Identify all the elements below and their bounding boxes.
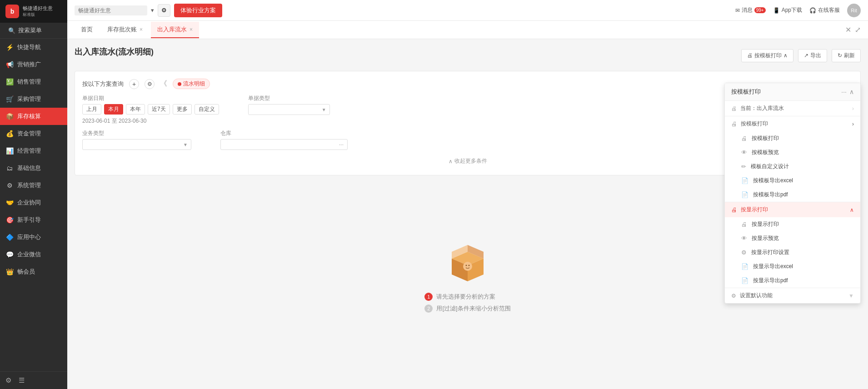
sidebar-item-label: 企业协同	[17, 199, 62, 207]
header-settings-btn[interactable]: ⚙	[158, 4, 170, 17]
phone-icon: 📱	[773, 7, 780, 14]
filter-type-label: 单据类型	[248, 95, 330, 102]
trial-btn[interactable]: 体验行业方案	[174, 4, 222, 17]
dropdown-item-display-settings[interactable]: ⚙ 按显示打印设置	[725, 245, 860, 259]
sidebar-item-system[interactable]: ⚙ 系统管理	[0, 177, 67, 194]
filter-business-select[interactable]	[82, 139, 191, 150]
tab-home[interactable]: 首页	[75, 22, 99, 38]
tab-maximize-btn[interactable]: ⤢	[855, 25, 861, 34]
sidebar-item-finance[interactable]: 💰 资金管理	[0, 125, 67, 142]
sidebar-item-basics[interactable]: 🗂 基础信息	[0, 160, 67, 177]
filter-date-field: 单据日期 上月 本月 本年 近7天 更多 自定义 2023-06-01 至 20…	[82, 95, 219, 125]
date-btn-last-month[interactable]: 上月	[82, 104, 101, 115]
dropdown-section-template-header[interactable]: 🖨 按模板打印 ›	[725, 116, 860, 131]
sidebar-item-label: 采购管理	[17, 95, 62, 103]
dropdown-item-template-excel[interactable]: 📄 按模板导出excel	[725, 174, 860, 188]
dropdown-section-display-header[interactable]: 🖨 按显示打印 ∧	[725, 202, 860, 217]
filter-add-btn[interactable]: +	[129, 79, 139, 89]
tab-batch[interactable]: 库存批次账 ×	[101, 22, 149, 38]
date-btn-7days[interactable]: 近7天	[148, 104, 170, 115]
printer-icon2: 🖨	[731, 120, 737, 127]
svg-point-7	[469, 265, 470, 266]
filter-date-label: 单据日期	[82, 95, 219, 102]
date-btn-this-month[interactable]: 本月	[104, 104, 123, 115]
date-btn-this-year[interactable]: 本年	[126, 104, 145, 115]
tab-flow[interactable]: 出入库流水 ×	[151, 22, 199, 38]
dropdown-dots-btn[interactable]: ···	[841, 88, 847, 95]
dropdown-item-template-pdf[interactable]: 📄 按模板导出pdf	[725, 188, 860, 202]
pdf-icon: 📄	[741, 191, 748, 198]
tab-close-btn[interactable]: ✕	[845, 25, 851, 34]
printer-icon4: 🖨	[731, 206, 737, 213]
logo-icon: b	[5, 5, 19, 18]
print-template-btn[interactable]: 🖨 按模板打印 ∧	[741, 49, 793, 62]
filter-type-select-wrap: ▼	[248, 104, 330, 115]
sidebar-item-member[interactable]: 👑 畅会员	[0, 263, 67, 280]
app-download-label: App下载	[782, 6, 802, 14]
printer-icon3: 🖨	[741, 135, 747, 142]
sidebar-item-sales[interactable]: 💹 销售管理	[0, 73, 67, 90]
headset-icon: 🎧	[809, 7, 816, 14]
refresh-icon: ↻	[838, 52, 842, 59]
wechat-icon: 💬	[5, 251, 14, 258]
excel-icon: 📄	[741, 177, 748, 184]
dropdown-item-display-pdf[interactable]: 📄 按显示导出pdf	[725, 274, 860, 288]
dropdown-current-item[interactable]: 🖨 当前：出入库流水 ›	[725, 101, 860, 116]
app-download-btn[interactable]: 📱 App下载	[773, 6, 802, 14]
dropdown-item-display-excel[interactable]: 📄 按显示导出excel	[725, 259, 860, 274]
sidebar-settings-icon[interactable]: ⚙	[5, 376, 11, 384]
dropdown-item-template-print[interactable]: 🖨 按模板打印	[725, 131, 860, 145]
breadcrumb-input[interactable]	[75, 5, 147, 15]
nav-dropdown-btn[interactable]: ▾	[151, 7, 154, 14]
basics-icon: 🗂	[5, 165, 14, 172]
date-btn-more[interactable]: 更多	[173, 104, 192, 115]
marketing-icon: 📢	[5, 61, 14, 68]
filter-chip[interactable]: 流水明细	[173, 79, 210, 89]
sidebar-item-wechat[interactable]: 💬 企业微信	[0, 246, 67, 263]
dropdown-chevron-btn[interactable]: ∧	[849, 88, 854, 95]
purchase-icon: 🛒	[5, 95, 14, 103]
date-btn-custom[interactable]: 自定义	[195, 104, 219, 115]
dropdown-item-template-preview[interactable]: 👁 按模板预览	[725, 145, 860, 160]
dropdown-item-template-custom[interactable]: ✏ 模板自定义设计	[725, 160, 860, 174]
user-avatar[interactable]: Rit	[847, 4, 861, 17]
inventory-icon: 📦	[5, 113, 14, 120]
sidebar-item-appstore[interactable]: 🔷 应用中心	[0, 229, 67, 246]
sidebar-item-quick-nav[interactable]: ⚡ 快捷导航	[0, 39, 67, 56]
sidebar-item-operations[interactable]: 📊 经营管理	[0, 142, 67, 160]
sidebar-menu-icon[interactable]: ☰	[19, 376, 25, 384]
dropdown-header: 按模板打印 ··· ∧	[725, 83, 860, 101]
filter-warehouse-input[interactable]: ···	[220, 139, 348, 150]
sidebar-item-marketing[interactable]: 📢 营销推广	[0, 56, 67, 73]
sidebar-search-item[interactable]: 🔍 搜索菜单	[0, 23, 67, 39]
tab-flow-close[interactable]: ×	[190, 26, 193, 33]
sidebar-item-label: 应用中心	[17, 233, 62, 241]
filter-date-group: 上月 本月 本年 近7天 更多 自定义	[82, 104, 219, 115]
sidebar-item-label: 基础信息	[17, 164, 62, 172]
filter-settings-btn[interactable]: ⚙	[145, 79, 155, 89]
user-name: Rit	[851, 8, 857, 13]
messages-btn[interactable]: ✉ 消息 99+	[735, 6, 766, 14]
sidebar-item-guide[interactable]: 🎯 新手引导	[0, 211, 67, 229]
filter-collapse-left-btn[interactable]: 《	[160, 79, 167, 89]
filter-type-select[interactable]	[248, 104, 330, 115]
dropdown-footer[interactable]: ⚙ 设置默认功能 ▼	[725, 288, 860, 303]
sidebar-item-inventory[interactable]: 📦 库存核算	[0, 108, 67, 125]
finance-icon: 💰	[5, 130, 14, 137]
dropdown-section-template-label: 🖨 按模板打印	[731, 120, 768, 128]
dropdown-item-display-print[interactable]: 🖨 按显示打印	[725, 217, 860, 231]
excel-icon2: 📄	[741, 263, 748, 270]
chevron-right-icon: ›	[852, 105, 854, 112]
dropdown-item-display-preview[interactable]: 👁 按显示预览	[725, 231, 860, 245]
customer-service-btn[interactable]: 🎧 在线客服	[809, 6, 840, 14]
chevron-up-icon: ∧	[783, 52, 788, 59]
messages-badge: 99+	[754, 7, 766, 13]
export-btn[interactable]: ↗ 导出	[798, 49, 827, 62]
empty-step2-text: 用[过滤]条件来缩小分析范围	[436, 304, 510, 313]
tab-batch-close[interactable]: ×	[140, 26, 143, 33]
dropdown-footer-label: 设置默认功能	[740, 292, 773, 299]
refresh-btn[interactable]: ↻ 刷新	[832, 49, 861, 62]
sidebar-item-enterprise[interactable]: 🤝 企业协同	[0, 194, 67, 211]
sidebar-item-purchase[interactable]: 🛒 采购管理	[0, 90, 67, 108]
enterprise-icon: 🤝	[5, 199, 14, 206]
